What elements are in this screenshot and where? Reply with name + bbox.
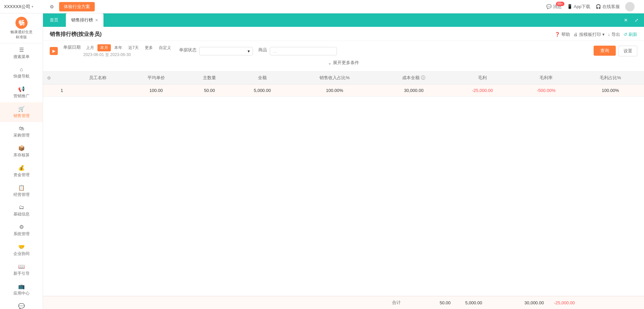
company-selector[interactable]: XXXXXX公司 ▾ <box>4 4 44 10</box>
row-avg-price: 100.00 <box>127 85 185 97</box>
sidebar-item-quick-nav[interactable]: ⌂ 快捷导航 <box>0 63 43 83</box>
filter-toggle-arrow[interactable]: ▶ <box>50 47 58 55</box>
date-tabs: 上月 本月 本年 近7天 更多 自定义 <box>83 44 174 51</box>
trial-button[interactable]: 体验行业方案 <box>59 2 95 11</box>
sales-ranking-table: ⚙ 员工名称 平均单价 主数量 全额 销售收入占比% 成本全额 ⓘ 毛利 毛利率… <box>43 71 644 97</box>
sidebar-item-operations[interactable]: 📋 经营管理 <box>0 181 43 201</box>
date-tab-7days[interactable]: 近7天 <box>126 44 141 51</box>
message-badge: 99+ <box>556 2 564 6</box>
help-button[interactable]: ❓ 帮助 <box>555 32 570 38</box>
finance-icon: 💰 <box>18 165 25 171</box>
restore-icon[interactable]: ⤢ <box>632 15 641 25</box>
sidebar-item-finance[interactable]: 💰 资金管理 <box>0 161 43 181</box>
row-gross-profit: -25,000.00 <box>449 85 516 97</box>
query-button[interactable]: 查询 <box>594 46 616 56</box>
table-body: 1 100.00 50.00 5,000.00 100.00% 30,000.0… <box>43 85 644 97</box>
th-gross-profit: 毛利 <box>449 71 516 85</box>
guide-icon: 📖 <box>18 263 25 270</box>
status-label: 单据状态 <box>179 47 197 53</box>
tab-label: 销售排行榜 <box>71 17 93 23</box>
footer-amount: 5,000.00 <box>459 300 489 305</box>
page-header: 销售排行榜(按业务员) ❓ 帮助 🖨 按模板打印 ▾ ↓ 导出 ↺ 刷新 <box>43 27 644 41</box>
logo-area: 畅 畅康通好生意 标准版 <box>0 13 43 43</box>
goods-label: 商品 <box>258 47 267 53</box>
logo-text: 畅康通好生意 标准版 <box>10 30 33 40</box>
footer-cost-amount: 30,000.00 <box>519 300 549 305</box>
sidebar-item-marketing[interactable]: 📢 营销推广 <box>0 83 43 102</box>
company-name: XXXXXX公司 <box>4 4 30 10</box>
sidebar-item-search[interactable]: ☰ 搜索菜单 <box>0 43 43 63</box>
sidebar-item-inventory[interactable]: 📦 库存核算 <box>0 142 43 161</box>
date-tab-last-month[interactable]: 上月 <box>83 44 97 51</box>
status-select[interactable]: ▾ <box>199 47 253 55</box>
close-window-icon[interactable]: ✕ <box>621 15 631 25</box>
th-cost-amount: 成本全额 ⓘ <box>378 71 449 85</box>
sidebar-item-enterprise[interactable]: 🤝 企业协同 <box>0 240 43 260</box>
footer-label: 合计 <box>73 300 405 306</box>
settings-button[interactable]: 设置 <box>618 46 637 56</box>
sidebar-item-sales[interactable]: 🛒 销售管理 <box>0 102 43 122</box>
export-icon: ↓ <box>608 32 610 37</box>
tab-close-icon[interactable]: ✕ <box>95 18 98 22</box>
sidebar-item-guide[interactable]: 📖 新手引导 <box>0 260 43 280</box>
date-tab-this-year[interactable]: 本年 <box>112 44 125 51</box>
content-area: 首页 销售排行榜 ✕ ✕ ⤢ 销售排行榜(按业务员) ❓ 帮助 🖨 按模板打印 <box>43 13 644 309</box>
print-icon: 🖨 <box>573 32 578 37</box>
search-menu-icon: ☰ <box>19 47 24 53</box>
row-main-qty: 50.00 <box>185 85 234 97</box>
row-gross-rate: -500.00% <box>516 85 577 97</box>
marketing-icon: 📢 <box>18 86 25 92</box>
headset-icon: 🎧 <box>596 4 601 9</box>
refresh-button[interactable]: ↺ 刷新 <box>624 32 637 38</box>
row-amount: 5,000.00 <box>234 85 291 97</box>
sidebar-item-wechat[interactable]: 💬 企业微信 <box>0 300 43 309</box>
refresh-icon: ↺ <box>624 32 627 37</box>
settings-icon[interactable]: ⚙ <box>47 2 56 11</box>
tab-sales-ranking[interactable]: 销售排行榜 ✕ <box>66 13 103 27</box>
enterprise-icon: 🤝 <box>18 244 25 250</box>
table-header-row: ⚙ 员工名称 平均单价 主数量 全额 销售收入占比% 成本全额 ⓘ 毛利 毛利率… <box>43 71 644 85</box>
avatar[interactable] <box>625 2 635 11</box>
row-rank: 1 <box>55 85 69 97</box>
help-icon: ❓ <box>555 32 560 37</box>
print-button[interactable]: 🖨 按模板打印 ▾ <box>573 32 605 38</box>
export-button[interactable]: ↓ 导出 <box>608 32 620 38</box>
app-download-button[interactable]: 📱 App下载 <box>567 4 590 10</box>
print-dropdown-icon: ▾ <box>602 32 605 37</box>
sidebar-item-app[interactable]: 📺 应用中心 <box>0 280 43 300</box>
tab-bar: 首页 销售排行榜 ✕ ✕ ⤢ <box>43 13 644 27</box>
data-table-wrapper: ⚙ 员工名称 平均单价 主数量 全额 销售收入占比% 成本全额 ⓘ 毛利 毛利率… <box>43 71 644 296</box>
sidebar-item-purchase[interactable]: 🛍 采购管理 <box>0 122 43 142</box>
top-right-area: 💬 消息 99+ 📱 App下载 🎧 在线客服 <box>546 2 640 11</box>
page-actions: ❓ 帮助 🖨 按模板打印 ▾ ↓ 导出 ↺ 刷新 <box>555 32 638 38</box>
date-tab-more[interactable]: 更多 <box>142 44 156 51</box>
row-settings <box>43 85 55 97</box>
table-row: 1 100.00 50.00 5,000.00 100.00% 30,000.0… <box>43 85 644 97</box>
th-gross-pct: 毛利占比% <box>577 71 644 85</box>
filter-expand-row: ⌄ 展开更多条件 <box>50 58 637 68</box>
app-center-icon: 📺 <box>18 283 25 290</box>
goods-filter-group: 商品 … <box>258 47 337 55</box>
message-button[interactable]: 💬 消息 99+ <box>546 4 562 10</box>
online-service-button[interactable]: 🎧 在线客服 <box>596 4 620 10</box>
home-icon: ⌂ <box>20 66 23 72</box>
footer-gross-profit: -25,000.00 <box>549 300 579 305</box>
th-gross-rate: 毛利率 <box>516 71 577 85</box>
th-avg-price: 平均单价 <box>127 71 185 85</box>
operations-icon: 📋 <box>18 185 25 191</box>
chevron-down-icon: ▾ <box>32 5 33 8</box>
filter-row: ▶ 单据日期 上月 本月 本年 近7天 更多 自定义 2023-06-01 <box>50 44 637 58</box>
date-label: 单据日期 <box>63 44 81 50</box>
tab-home[interactable]: 首页 <box>43 13 65 27</box>
sidebar-item-basic-info[interactable]: 🗂 基础信息 <box>0 201 43 220</box>
sidebar-item-system[interactable]: ⚙ 系统管理 <box>0 220 43 240</box>
date-tab-this-month[interactable]: 本月 <box>97 44 111 51</box>
expand-more-button[interactable]: ⌄ 展开更多条件 <box>328 60 359 66</box>
date-tab-custom[interactable]: 自定义 <box>156 44 174 51</box>
status-filter-group: 单据状态 ▾ <box>179 47 253 55</box>
goods-input[interactable]: … <box>270 47 337 55</box>
table-footer: 合计 50.00 5,000.00 30,000.00 -25,000.00 <box>43 296 644 309</box>
th-sales-pct: 销售收入占比% <box>291 71 378 85</box>
th-settings[interactable]: ⚙ <box>43 71 55 85</box>
date-options: 上月 本月 本年 近7天 更多 自定义 2023-06-01 至 2023-06… <box>83 44 174 58</box>
